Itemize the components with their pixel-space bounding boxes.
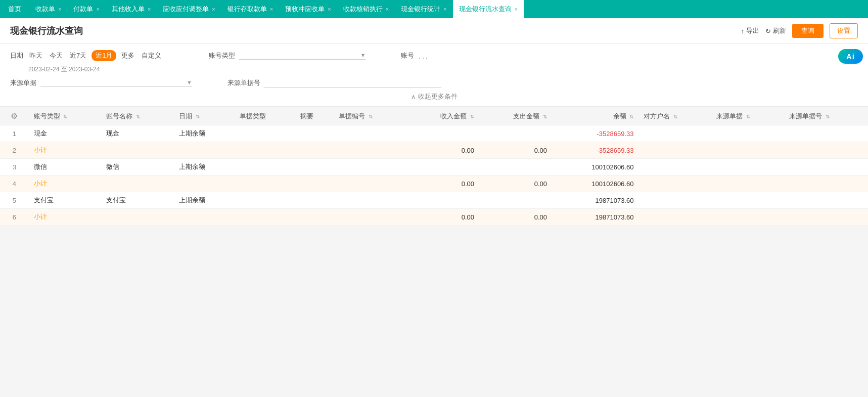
cell-income: 0.00	[406, 175, 479, 192]
cell-balance: 100102606.60	[552, 175, 638, 192]
table-header-row: ⚙ 账号类型 ⇅ 账号名称 ⇅ 日期 ⇅ 单据类型 摘要	[0, 107, 868, 125]
table-row[interactable]: 6 小计 0.00 0.00 19871073.60	[0, 209, 868, 226]
refresh-button[interactable]: ↻ 刷新	[765, 26, 786, 35]
account-filter: 账号 ...	[401, 51, 429, 61]
cell-source-doc-no	[784, 125, 868, 142]
table-row[interactable]: 4 小计 0.00 0.00 100102606.60	[0, 175, 868, 192]
close-icon[interactable]: ×	[443, 6, 446, 12]
col-source-doc-no[interactable]: 来源单据号 ⇅	[784, 107, 868, 125]
cell-doc-no	[334, 209, 406, 226]
col-summary: 摘要	[295, 107, 334, 125]
col-source-doc[interactable]: 来源单据 ⇅	[711, 107, 784, 125]
cell-source-doc	[711, 142, 784, 159]
source-doc-label: 来源单据	[10, 78, 36, 87]
date-btn-more[interactable]: 更多	[119, 50, 136, 61]
col-date[interactable]: 日期 ⇅	[174, 107, 235, 125]
cell-doc-type	[235, 175, 295, 192]
cell-source-doc-no	[784, 209, 868, 226]
date-btn-7days[interactable]: 近7天	[68, 50, 88, 61]
cell-doc-no	[334, 192, 406, 209]
cell-balance: -3528659.33	[552, 142, 638, 159]
nav-tab-other-income[interactable]: 其他收入单 ×	[106, 0, 157, 18]
cell-doc-type	[235, 125, 295, 142]
col-account-name[interactable]: 账号名称 ⇅	[101, 107, 174, 125]
cell-account-name: 支付宝	[101, 192, 174, 209]
export-button[interactable]: ↑ 导出	[741, 26, 760, 35]
page-header: 现金银行流水查询 ↑ 导出 ↻ 刷新 查询 设置	[0, 18, 868, 44]
cell-counterparty	[638, 125, 711, 142]
date-btn-today[interactable]: 今天	[48, 50, 65, 61]
close-icon[interactable]: ×	[148, 6, 151, 12]
nav-home[interactable]: 首页	[0, 0, 29, 18]
close-icon[interactable]: ×	[212, 6, 215, 12]
cell-counterparty	[638, 159, 711, 175]
data-table: ⚙ 账号类型 ⇅ 账号名称 ⇅ 日期 ⇅ 单据类型 摘要	[0, 107, 868, 226]
cell-doc-type	[235, 209, 295, 226]
sort-icon: ⇅	[63, 114, 67, 119]
col-doc-type: 单据类型	[235, 107, 295, 125]
nav-tab-cash-bank-flow[interactable]: 现金银行流水查询 ×	[453, 0, 524, 18]
nav-tab-collection-exec[interactable]: 收款核销执行 ×	[337, 0, 395, 18]
row-number: 6	[0, 209, 29, 226]
cell-account-type: 小计	[29, 209, 102, 226]
close-icon[interactable]: ×	[386, 6, 389, 12]
source-doc-num-label: 来源单据号	[227, 78, 260, 87]
source-doc-filter: 来源单据 ▼	[10, 78, 192, 87]
nav-tab-receipts[interactable]: 收款单 ×	[29, 0, 67, 18]
cell-expense: 0.00	[479, 209, 552, 226]
col-income[interactable]: 收入金额 ⇅	[406, 107, 479, 125]
refresh-icon: ↻	[765, 27, 771, 35]
col-counterparty[interactable]: 对方户名 ⇅	[638, 107, 711, 125]
cell-counterparty	[638, 142, 711, 159]
query-button[interactable]: 查询	[792, 24, 824, 38]
nav-tab-bank-deposit[interactable]: 银行存取款单 ×	[221, 0, 279, 18]
settings-button[interactable]: 设置	[830, 23, 858, 38]
cell-balance: 19871073.60	[552, 209, 638, 226]
cell-source-doc	[711, 209, 784, 226]
cell-account-type: 小计	[29, 175, 102, 192]
close-icon[interactable]: ×	[270, 6, 273, 12]
nav-tab-cash-bank-stats[interactable]: 现金银行统计 ×	[395, 0, 452, 18]
col-doc-no[interactable]: 单据编号 ⇅	[334, 107, 406, 125]
col-balance[interactable]: 余额 ⇅	[552, 107, 638, 125]
close-icon[interactable]: ×	[58, 6, 61, 12]
col-account-type[interactable]: 账号类型 ⇅	[29, 107, 102, 125]
row-number: 2	[0, 142, 29, 159]
collapse-button[interactable]: ∧ 收起更多条件	[411, 92, 458, 101]
cell-account-name: 微信	[101, 159, 174, 175]
date-btn-custom[interactable]: 自定义	[140, 50, 163, 61]
date-btn-1month[interactable]: 近1月	[92, 50, 116, 61]
chevron-up-icon: ∧	[411, 93, 416, 101]
source-doc-num-input[interactable]	[264, 78, 441, 88]
cell-counterparty	[638, 209, 711, 226]
account-type-label: 账号类型	[209, 51, 235, 60]
account-type-select[interactable]: ▼	[239, 52, 366, 60]
row-number: 4	[0, 175, 29, 192]
cell-account-type: 支付宝	[29, 192, 102, 209]
col-expense[interactable]: 支出金额 ⇅	[479, 107, 552, 125]
table-row[interactable]: 5 支付宝 支付宝 上期余额 19871073.60	[0, 192, 868, 209]
ai-badge[interactable]: Ai	[838, 49, 863, 64]
col-gear[interactable]: ⚙	[0, 107, 29, 125]
sort-icon: ⇅	[470, 114, 474, 119]
nav-tab-advance-offset[interactable]: 预收冲应收单 ×	[279, 0, 337, 18]
sort-icon: ⇅	[369, 114, 373, 119]
cell-source-doc-no	[784, 142, 868, 159]
table-row[interactable]: 1 现金 现金 上期余额 -3528659.33	[0, 125, 868, 142]
nav-tab-payments[interactable]: 付款单 ×	[67, 0, 105, 18]
cell-account-name: 现金	[101, 125, 174, 142]
close-icon[interactable]: ×	[328, 6, 331, 12]
table-row[interactable]: 2 小计 0.00 0.00 -3528659.33	[0, 142, 868, 159]
nav-tab-ar-ap-adjust[interactable]: 应收应付调整单 ×	[157, 0, 221, 18]
cell-date	[174, 142, 235, 159]
table-row[interactable]: 3 微信 微信 上期余额 100102606.60	[0, 159, 868, 175]
cell-expense: 0.00	[479, 175, 552, 192]
close-icon[interactable]: ×	[96, 6, 99, 12]
cell-source-doc	[711, 125, 784, 142]
cell-source-doc-no	[784, 159, 868, 175]
source-doc-select[interactable]: ▼	[40, 79, 192, 87]
date-btn-yesterday[interactable]: 昨天	[27, 50, 44, 61]
export-icon: ↑	[741, 27, 745, 35]
close-icon[interactable]: ×	[515, 6, 518, 12]
account-dots[interactable]: ...	[418, 51, 429, 61]
